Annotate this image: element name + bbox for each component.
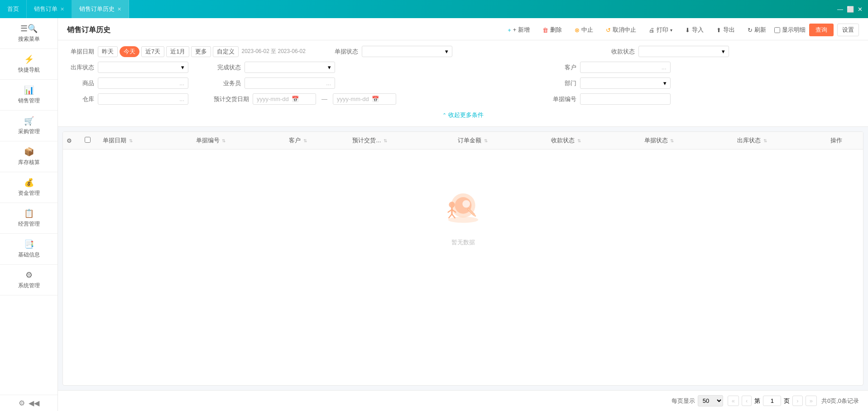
- table-settings-col[interactable]: ⚙: [63, 132, 81, 150]
- col-operations-label: 操作: [830, 137, 842, 144]
- col-receipt-status[interactable]: 收款状态 ⇅: [547, 132, 641, 150]
- stop-label: 中止: [581, 26, 593, 34]
- receipt-status-select[interactable]: ▾: [638, 46, 729, 57]
- prev-page-btn[interactable]: ‹: [742, 396, 752, 406]
- top-bar: 首页 销售订单 ✕ 销售订单历史 ✕ — ⬜ ✕: [0, 0, 868, 18]
- col-voucher-number-label: 单据编号: [196, 137, 220, 144]
- sidebar-item-sales-mgmt[interactable]: 📊 销售管理: [0, 80, 58, 111]
- content-area: 销售订单历史 + + 新增 🗑 删除 ⊗ 中止 ↺ 取消中止: [58, 18, 868, 411]
- sidebar-item-inventory-calc-label: 库存核算: [18, 159, 40, 166]
- last-page-icon: »: [810, 397, 813, 404]
- col-order-amount-label: 订单金额: [458, 137, 481, 144]
- col-customer[interactable]: 客户 ⇅: [285, 132, 349, 150]
- col-voucher-status[interactable]: 单据状态 ⇅: [641, 132, 734, 150]
- print-button[interactable]: 🖨 打印 ▾: [644, 24, 677, 36]
- tab-sales-order-close[interactable]: ✕: [60, 6, 64, 12]
- empty-state: 暂无数据: [63, 150, 863, 283]
- settings-button[interactable]: 设置: [837, 24, 859, 36]
- page-size-select[interactable]: 50 10 20 100: [698, 395, 723, 406]
- salesperson-input[interactable]: ...: [245, 77, 335, 89]
- col-expected-delivery[interactable]: 预计交货... ⇅: [349, 132, 454, 150]
- next-page-icon: ›: [796, 397, 798, 404]
- sort-icon-voucher-date: ⇅: [129, 138, 133, 143]
- cancel-stop-icon: ↺: [606, 27, 611, 34]
- last-page-btn[interactable]: »: [806, 396, 817, 406]
- warehouse-group: 仓库 ...: [67, 93, 188, 105]
- sidebar-collapse-btn[interactable]: ◀◀: [29, 399, 39, 407]
- voucher-date-value: 昨天 今天 近7天 近1月 更多: [98, 46, 306, 57]
- tab-sales-order[interactable]: 销售订单 ✕: [27, 0, 72, 18]
- maximize-icon[interactable]: ⬜: [847, 6, 854, 13]
- export-button[interactable]: ⬆ 导出: [712, 24, 739, 36]
- date-btn-yesterday[interactable]: 昨天: [98, 46, 118, 57]
- sidebar-item-sys-mgmt[interactable]: ⚙ 系统管理: [0, 265, 58, 295]
- tab-sales-order-history[interactable]: 销售订单历史 ✕: [72, 0, 129, 18]
- sidebar: ☰🔍 搜索菜单 ⚡ 快捷导航 📊 销售管理 🛒 采购管理 📦 库存核算 💰 资金…: [0, 18, 58, 411]
- voucher-status-select[interactable]: ▾: [362, 46, 452, 57]
- voucher-number-input[interactable]: [580, 93, 671, 105]
- stop-button[interactable]: ⊗ 中止: [570, 24, 598, 36]
- col-voucher-date[interactable]: 单据日期 ⇅: [99, 132, 192, 150]
- minimize-icon[interactable]: —: [837, 6, 843, 13]
- sort-icon-voucher-number: ⇅: [222, 138, 225, 143]
- sidebar-settings-btn[interactable]: ⚙: [19, 399, 25, 407]
- col-order-amount[interactable]: 订单金额 ⇅: [454, 132, 547, 150]
- customer-input[interactable]: ...: [580, 62, 671, 73]
- customer-label: 客户: [549, 63, 576, 72]
- sidebar-item-ops-mgmt[interactable]: 📋 经营管理: [0, 203, 58, 234]
- delete-button[interactable]: 🗑 删除: [538, 24, 566, 36]
- select-all-checkbox[interactable]: [85, 137, 91, 143]
- inventory-calc-icon: 📦: [24, 147, 34, 157]
- expected-delivery-end[interactable]: yyyy-mm-dd 📅: [333, 93, 396, 105]
- close-icon[interactable]: ✕: [858, 6, 863, 13]
- outbound-status-select[interactable]: ▾: [98, 62, 188, 73]
- collapse-bar[interactable]: ⌃ 收起更多条件: [67, 109, 859, 121]
- first-page-icon: «: [732, 397, 735, 404]
- receipt-status-dropdown-icon: ▾: [722, 48, 725, 55]
- complete-status-select[interactable]: ▾: [245, 62, 335, 73]
- sidebar-item-ops-mgmt-label: 经营管理: [18, 220, 40, 228]
- warehouse-input[interactable]: ...: [98, 93, 188, 105]
- ops-mgmt-icon: 📋: [24, 208, 34, 218]
- page-input[interactable]: [763, 396, 781, 406]
- sidebar-item-sales-mgmt-label: 销售管理: [18, 97, 40, 105]
- sort-icon-receipt-status: ⇅: [577, 138, 581, 143]
- query-button[interactable]: 查询: [809, 24, 834, 36]
- new-button[interactable]: + + 新增: [503, 24, 534, 36]
- date-btn-last7[interactable]: 近7天: [141, 46, 164, 57]
- tab-home[interactable]: 首页: [0, 0, 27, 18]
- tab-sales-order-history-label: 销售订单历史: [79, 5, 115, 13]
- print-label: 打印: [657, 26, 668, 34]
- date-btn-more[interactable]: 更多: [191, 46, 211, 57]
- col-outbound-status[interactable]: 出库状态 ⇅: [734, 132, 827, 150]
- date-btn-today[interactable]: 今天: [120, 46, 139, 57]
- sidebar-item-basic-info[interactable]: 📑 基础信息: [0, 234, 58, 265]
- col-voucher-number[interactable]: 单据编号 ⇅: [192, 132, 286, 150]
- sidebar-item-purchase-mgmt[interactable]: 🛒 采购管理: [0, 111, 58, 141]
- display-detail-checkbox[interactable]: [774, 27, 780, 33]
- print-dropdown-icon: ▾: [670, 28, 672, 33]
- expected-delivery-start[interactable]: yyyy-mm-dd 📅: [253, 93, 316, 105]
- next-page-btn[interactable]: ›: [792, 396, 802, 406]
- sidebar-item-quick-nav[interactable]: ⚡ 快捷导航: [0, 49, 58, 80]
- search-menu-icon: ☰🔍: [20, 24, 38, 34]
- first-page-btn[interactable]: «: [728, 396, 739, 406]
- tab-sales-order-history-close[interactable]: ✕: [117, 6, 121, 12]
- col-voucher-status-label: 单据状态: [644, 137, 668, 144]
- import-label: 导入: [692, 26, 704, 34]
- export-icon: ⬆: [716, 27, 721, 34]
- pagination-size: 每页显示 50 10 20 100: [671, 395, 723, 406]
- import-button[interactable]: ⬇ 导入: [681, 24, 708, 36]
- refresh-button[interactable]: ↻ 刷新: [743, 24, 771, 36]
- sidebar-item-fund-mgmt[interactable]: 💰 资金管理: [0, 172, 58, 203]
- department-select[interactable]: ▾: [580, 77, 671, 89]
- sidebar-item-inventory-calc[interactable]: 📦 库存核算: [0, 141, 58, 172]
- department-group: 部门 ▾: [549, 77, 859, 89]
- date-btn-custom[interactable]: 自定义: [213, 46, 239, 57]
- voucher-status-label: 单据状态: [331, 48, 358, 56]
- goods-input[interactable]: ...: [98, 77, 188, 89]
- cancel-stop-button[interactable]: ↺ 取消中止: [601, 24, 641, 36]
- sidebar-item-search-menu[interactable]: ☰🔍 搜索菜单: [0, 18, 58, 49]
- date-btn-last1month[interactable]: 近1月: [166, 46, 189, 57]
- expected-delivery-group: 预计交货日期 yyyy-mm-dd 📅 — yyyy-mm-dd 📅: [214, 93, 524, 105]
